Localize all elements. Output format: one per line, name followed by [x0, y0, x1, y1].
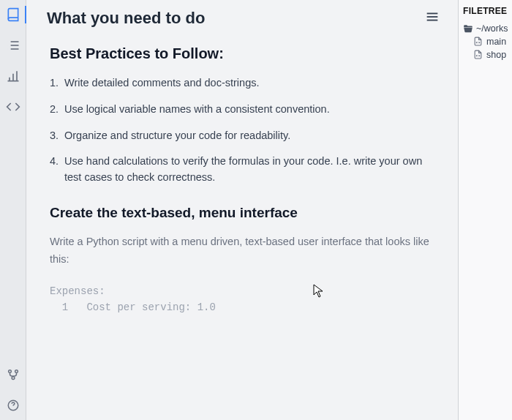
hamburger-icon[interactable] [424, 9, 440, 28]
filetree-file-label: main [486, 37, 506, 47]
filetree-file[interactable]: shop [463, 48, 508, 61]
filetree-folder[interactable]: ~/works [463, 22, 508, 35]
file-code-icon [473, 37, 483, 47]
main-content: What you need to do Best Practices to Fo… [26, 0, 458, 420]
file-code-icon [473, 50, 483, 60]
code-icon[interactable] [4, 98, 22, 116]
filetree-file[interactable]: main [463, 35, 508, 48]
best-practices-heading: Best Practices to Follow: [50, 45, 440, 62]
create-interface-paragraph: Write a Python script with a menu driven… [50, 233, 440, 269]
list-item: Use hand calculations to verify the form… [50, 154, 440, 186]
folder-open-icon [463, 23, 473, 34]
code-sample: Expenses: 1 Cost per serving: 1.0 [50, 283, 440, 316]
list-item: Use logical variable names with a consis… [50, 102, 440, 118]
create-interface-heading: Create the text-based, menu interface [50, 205, 440, 221]
best-practices-list: Write detailed comments and doc-strings.… [50, 75, 440, 186]
left-rail [0, 0, 26, 420]
svg-point-11 [15, 370, 18, 373]
filetree-folder-label: ~/works [476, 23, 508, 34]
svg-point-10 [8, 370, 11, 373]
bar-chart-icon[interactable] [4, 67, 22, 85]
list-item: Write detailed comments and doc-strings. [50, 75, 440, 91]
svg-point-12 [12, 377, 15, 380]
page-title: What you need to do [47, 9, 205, 28]
filetree-panel: FILETREE ~/works main shop [458, 0, 512, 420]
book-icon[interactable] [4, 6, 22, 23]
list-item: Organize and structure your code for rea… [50, 128, 440, 144]
filetree-title: FILETREE [463, 6, 508, 16]
help-icon[interactable] [4, 397, 22, 414]
filetree-file-label: shop [486, 50, 506, 60]
branch-icon[interactable] [4, 366, 22, 383]
list-icon[interactable] [4, 37, 22, 54]
